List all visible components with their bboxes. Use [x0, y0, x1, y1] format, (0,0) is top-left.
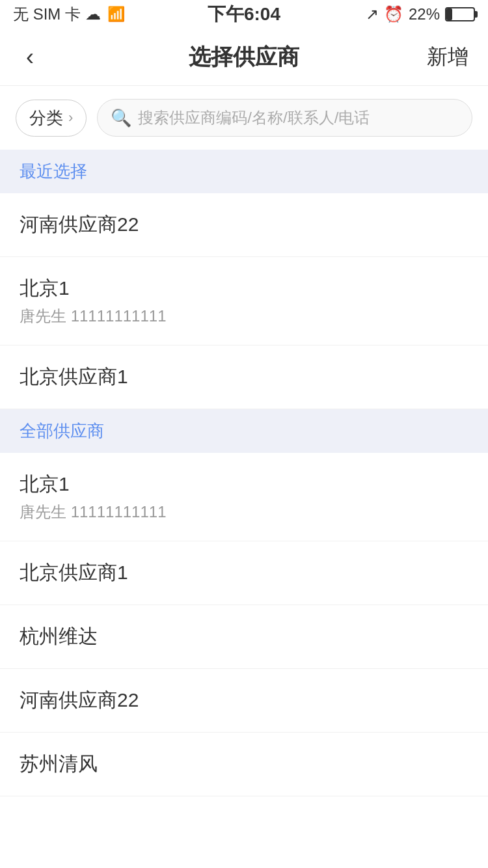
item-name: 苏州清风 — [20, 751, 468, 778]
item-name: 河南供应商22 — [20, 211, 468, 238]
all-list: 北京1 唐先生 11111111111 北京供应商1 杭州维达 河南供应商22 … — [0, 453, 488, 796]
battery-percent: 22% — [409, 5, 440, 23]
list-item[interactable]: 北京1 唐先生 11111111111 — [0, 453, 488, 541]
wifi-icon: 📶 — [107, 6, 125, 23]
chevron-right-icon: › — [68, 109, 73, 126]
search-placeholder: 搜索供应商编码/名称/联系人/电话 — [138, 107, 370, 128]
add-button[interactable]: 新增 — [427, 43, 468, 72]
category-label: 分类 — [29, 107, 63, 129]
page-title: 选择供应商 — [189, 42, 299, 72]
recent-section-label: 最近选择 — [20, 161, 87, 181]
all-section-header: 全部供应商 — [0, 409, 488, 453]
list-item[interactable]: 北京供应商1 — [0, 346, 488, 409]
no-sim-label: 无 SIM 卡 ☁ — [13, 4, 101, 25]
item-name: 北京1 — [20, 471, 468, 498]
item-name: 北京供应商1 — [20, 560, 468, 586]
list-item[interactable]: 杭州维达 — [0, 605, 488, 669]
location-icon: ↗ — [366, 5, 379, 23]
item-detail: 唐先生 11111111111 — [20, 502, 468, 522]
status-bar: 无 SIM 卡 ☁ 📶 下午6:04 ↗ ⏰ 22% — [0, 0, 488, 29]
list-item[interactable]: 河南供应商22 — [0, 669, 488, 733]
category-button[interactable]: 分类 › — [16, 100, 87, 137]
battery-icon — [445, 7, 475, 21]
item-name: 河南供应商22 — [20, 687, 468, 714]
status-right: ↗ ⏰ 22% — [366, 5, 475, 23]
filter-bar: 分类 › 🔍 搜索供应商编码/名称/联系人/电话 — [0, 86, 488, 150]
status-left: 无 SIM 卡 ☁ 📶 — [13, 4, 125, 25]
all-section-label: 全部供应商 — [20, 421, 104, 441]
status-time: 下午6:04 — [208, 2, 280, 27]
item-name: 北京1 — [20, 275, 468, 302]
item-detail: 唐先生 11111111111 — [20, 306, 468, 327]
list-item[interactable]: 苏州清风 — [0, 733, 488, 796]
list-item[interactable]: 河南供应商22 — [0, 193, 488, 257]
list-item[interactable]: 北京供应商1 — [0, 541, 488, 605]
list-item[interactable]: 北京1 唐先生 11111111111 — [0, 257, 488, 346]
search-box[interactable]: 🔍 搜索供应商编码/名称/联系人/电话 — [97, 99, 472, 137]
item-name: 北京供应商1 — [20, 364, 468, 390]
search-icon: 🔍 — [111, 108, 131, 128]
recent-list: 河南供应商22 北京1 唐先生 11111111111 北京供应商1 — [0, 193, 488, 409]
item-name: 杭州维达 — [20, 623, 468, 650]
alarm-icon: ⏰ — [384, 5, 403, 23]
back-button[interactable]: ‹ — [20, 37, 40, 77]
nav-bar: ‹ 选择供应商 新增 — [0, 29, 488, 86]
recent-section-header: 最近选择 — [0, 150, 488, 193]
